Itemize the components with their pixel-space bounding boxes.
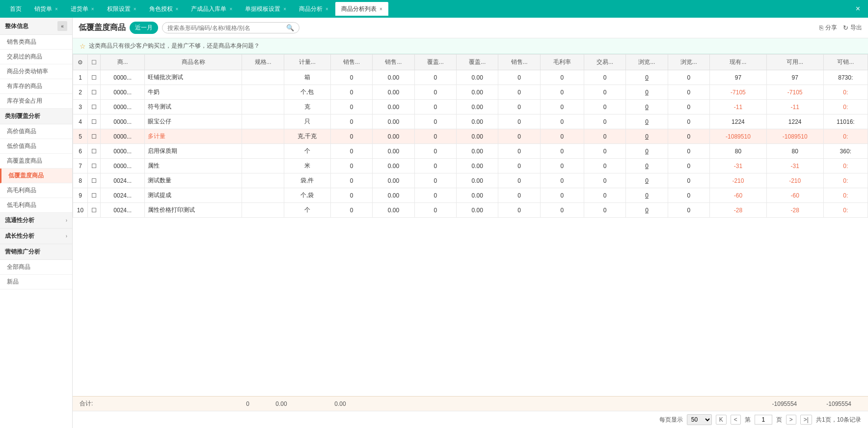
nav-tab-sales[interactable]: 销货单 × [28,2,64,16]
footer-sales-amt: 0.00 [275,400,305,407]
nav-tab-product-analysis-list[interactable]: 商品分析列表 × [335,2,388,16]
sales3-col-header[interactable]: 销售... [498,55,540,70]
sellable-col-header[interactable]: 可销... [823,55,868,70]
available-col-header[interactable]: 可用... [766,55,823,70]
cover1-col-header[interactable]: 覆盖... [414,55,456,70]
current-col-header[interactable]: 现有... [710,55,767,70]
view2-col-header[interactable]: 浏览... [668,55,709,70]
close-icon[interactable]: × [380,6,382,12]
sales-amt-col-header[interactable]: 销售... [373,55,414,70]
nav-tab-role[interactable]: 角色授权 × [143,2,185,16]
sidebar-item-low-coverage[interactable]: 低覆盖度商品 [0,169,72,183]
nav-tab-template[interactable]: 单据模板设置 × [239,2,292,16]
table-cell: 0: [823,100,868,114]
table-cell[interactable]: ☐ [88,85,101,100]
sidebar-section-variety[interactable]: 类别覆盖分析 [0,109,72,124]
table-cell: 80 [766,144,823,159]
table-cell[interactable]: ☐ [88,159,101,173]
close-icon[interactable]: × [176,6,179,12]
nav-tab-purchase[interactable]: 进货单 × [65,2,100,16]
gross-col-header[interactable]: 毛利率 [540,55,584,70]
spec-col-header[interactable]: 规格... [242,55,284,70]
unit-col-header[interactable]: 计量... [284,55,330,70]
search-input[interactable] [167,25,284,31]
table-cell: 0: [823,203,868,218]
search-box[interactable]: 🔍 [162,22,299,33]
sidebar-item-low-value[interactable]: 低价值商品 [0,139,72,154]
sidebar-item-high-coverage[interactable]: 高覆盖度商品 [0,154,72,169]
close-icon[interactable]: × [134,6,136,12]
table-cell[interactable]: ☐ [88,114,101,129]
table-cell: 0 [584,203,625,218]
table-cell: 0 [330,100,372,114]
check-col-header[interactable]: ☐ [88,55,101,70]
sidebar-item-new-goods[interactable]: 新品 [0,275,72,289]
table-cell: 个,袋 [284,188,330,203]
table-cell[interactable]: ☐ [88,173,101,188]
filter-recent-month-button[interactable]: 近一月 [130,22,158,34]
sidebar-item-low-margin[interactable]: 低毛利商品 [0,198,72,213]
close-icon[interactable]: × [326,6,328,12]
table-row: 5☐0000...多计量克,千克00.0000.0000000-1089510-… [73,129,868,144]
table-cell[interactable]: ☐ [88,203,101,218]
sidebar-item-traded-goods[interactable]: 交易过的商品 [0,50,72,64]
table-cell: 0 [414,144,456,159]
first-page-button[interactable]: K [716,415,727,425]
close-icon[interactable]: × [55,6,58,12]
trade-col-header[interactable]: 交易... [584,55,625,70]
table-cell: -210 [710,173,767,188]
table-cell: 0 [668,70,709,85]
view1-col-header[interactable]: 浏览... [626,55,668,70]
nav-tab-product-analysis[interactable]: 商品分析 × [293,2,334,16]
table-cell: 0: [823,188,868,203]
sidebar-item-high-value[interactable]: 高价值商品 [0,124,72,139]
sidebar-item-stocked-goods[interactable]: 有库存的商品 [0,79,72,94]
sidebar-item-high-margin[interactable]: 高毛利商品 [0,183,72,198]
sidebar-item-sales-goods[interactable]: 销售类商品 [0,35,72,50]
table-cell: -60 [766,188,823,203]
sidebar-item-category-sales-rate[interactable]: 商品分类动销率 [0,64,72,79]
sidebar-section-growth[interactable]: 成长性分析 › [0,228,72,244]
table-cell: 0 [584,173,625,188]
close-icon[interactable]: × [229,6,232,12]
last-page-button[interactable]: >| [800,415,812,425]
nav-tab-permission[interactable]: 权限设置 × [101,2,142,16]
table-cell: 0 [626,129,668,144]
table-cell: 8730: [823,70,868,85]
sidebar-section-flow[interactable]: 流通性分析 › [0,213,72,228]
export-button[interactable]: ↻ 导出 [843,24,862,32]
name-col-header[interactable]: 商品名称 [145,55,242,70]
table-cell[interactable]: ☐ [88,188,101,203]
page-number-input[interactable] [755,415,772,425]
table-cell[interactable]: ☐ [88,100,101,114]
close-icon[interactable]: × [283,6,286,12]
table-container[interactable]: ⚙ ☐ 商... 商品名称 规格... 计量... 销售... 销售... 覆盖… [73,54,868,396]
table-cell: 0 [498,100,540,114]
nav-tab-home[interactable]: 首页 [4,2,27,16]
table-cell: 0 [540,70,584,85]
table-cell[interactable]: ☐ [88,144,101,159]
sidebar-item-stock-capital[interactable]: 库存资金占用 [0,94,72,109]
window-close-button[interactable]: × [852,4,864,13]
next-page-button[interactable]: > [786,415,796,425]
cover2-col-header[interactable]: 覆盖... [457,55,498,70]
share-button[interactable]: ⎘ 分享 [819,24,837,32]
sales-qty-col-header[interactable]: 销售... [330,55,372,70]
close-icon[interactable]: × [91,6,94,12]
sidebar-item-all-goods[interactable]: 全部商品 [0,260,72,275]
page-size-select[interactable]: 50 100 200 [687,414,712,425]
table-cell: 个 [284,144,330,159]
sidebar-section-overall[interactable]: 整体信息 « [0,18,72,35]
table-cell: 个,包 [284,85,330,100]
table-cell: 0 [626,70,668,85]
table-cell[interactable]: ☐ [88,70,101,85]
code-col-header[interactable]: 商... [101,55,145,70]
search-icon[interactable]: 🔍 [286,24,294,31]
settings-col-header[interactable]: ⚙ [73,55,88,70]
nav-tab-product-inbound[interactable]: 产成品入库单 × [185,2,238,16]
table-cell: 0.00 [457,188,498,203]
table-cell[interactable]: ☐ [88,129,101,144]
collapse-icon[interactable]: « [57,21,67,31]
sidebar-section-marketing[interactable]: 营销推广分析 [0,244,72,260]
prev-page-button[interactable]: < [731,415,741,425]
